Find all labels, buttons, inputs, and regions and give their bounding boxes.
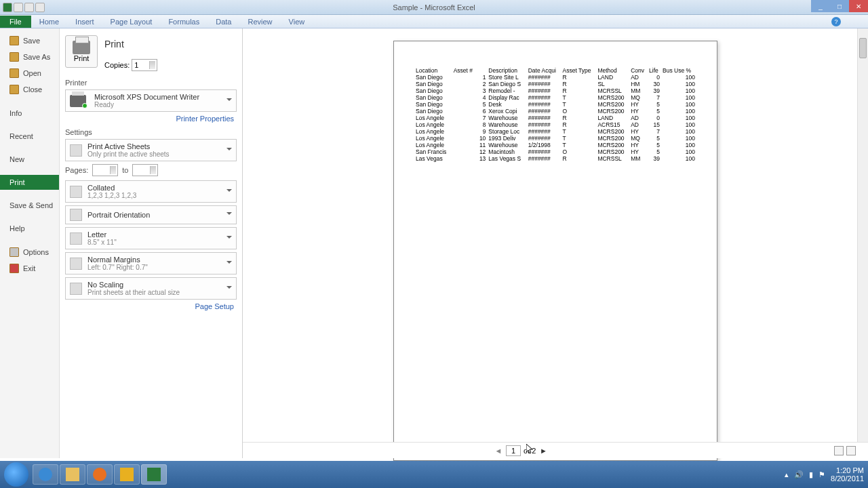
sheets-icon [70, 144, 82, 157]
preview-scrollbar[interactable] [857, 28, 868, 442]
scaling-select[interactable]: No ScalingPrint sheets at their actual s… [65, 277, 237, 300]
margins-icon [70, 258, 82, 270]
taskbar-ie[interactable] [33, 464, 58, 485]
nav-new[interactable]: New [0, 152, 59, 167]
maximize-button[interactable]: □ [830, 0, 849, 12]
printer-section-header: Printer [65, 79, 237, 87]
tab-home[interactable]: Home [31, 16, 67, 28]
taskbar-media[interactable] [87, 464, 113, 485]
system-tray[interactable]: ▴ 🔊 ▮ ⚑ 1:20 PM 8/20/2011 [785, 466, 864, 483]
preview-table: LocationAsset #DescriptionDate AcquiAsse… [414, 67, 696, 162]
help-icon[interactable]: ? [831, 17, 841, 26]
pages-to-spinner[interactable] [132, 164, 158, 176]
printer-icon [73, 41, 90, 54]
nav-info[interactable]: Info [0, 106, 59, 121]
tab-formulas[interactable]: Formulas [160, 16, 208, 28]
taskbar-excel[interactable] [141, 464, 167, 485]
page-number-input[interactable] [506, 445, 521, 456]
nav-options[interactable]: Options [0, 244, 59, 260]
chevron-down-icon [226, 148, 232, 153]
redo-icon[interactable] [35, 3, 45, 12]
pages-from-spinner[interactable] [92, 164, 118, 176]
tray-flag-icon[interactable]: ⚑ [818, 470, 825, 479]
backstage-nav: Save Save As Open Close Info Recent New … [0, 28, 60, 458]
settings-section-header: Settings [65, 128, 237, 136]
taskbar-explorer[interactable] [60, 464, 85, 485]
page-of-label: of 2 [524, 447, 536, 455]
print-what-select[interactable]: Print Active SheetsOnly print the active… [65, 139, 237, 161]
tab-page-layout[interactable]: Page Layout [102, 16, 161, 28]
nav-close[interactable]: Close [0, 81, 59, 98]
orientation-select[interactable]: Portrait Orientation [65, 205, 237, 224]
nav-recent[interactable]: Recent [0, 129, 59, 144]
tab-file[interactable]: File [0, 16, 31, 28]
scaling-icon [70, 283, 82, 295]
close-button[interactable]: ✕ [849, 0, 868, 12]
tab-view[interactable]: View [281, 16, 313, 28]
printer-status-icon [70, 95, 86, 107]
print-heading: Print [104, 39, 157, 49]
minimize-button[interactable]: _ [811, 0, 830, 12]
nav-save-as[interactable]: Save As [0, 49, 59, 65]
margins-select[interactable]: Normal MarginsLeft: 0.7" Right: 0.7" [65, 252, 237, 274]
save-icon[interactable] [14, 3, 23, 12]
collate-icon [70, 186, 82, 198]
nav-open[interactable]: Open [0, 65, 59, 81]
next-page-button[interactable]: ► [538, 446, 548, 455]
title-bar: Sample - Microsoft Excel _ □ ✕ [0, 0, 868, 15]
chevron-down-icon [226, 212, 232, 218]
undo-icon[interactable] [24, 3, 34, 12]
tab-insert[interactable]: Insert [67, 16, 102, 28]
tab-data[interactable]: Data [208, 16, 239, 28]
window-title: Sample - Microsoft Excel [393, 3, 475, 12]
chevron-down-icon [226, 286, 232, 291]
page-nav-bar: ◄ of 2 ► [243, 442, 868, 458]
chevron-down-icon [226, 189, 232, 195]
print-settings-panel: Print Print Copies: 1 Printer Microsoft … [60, 28, 243, 458]
zoom-to-page-button[interactable] [846, 446, 856, 455]
tray-network-icon[interactable]: ▮ [809, 470, 813, 479]
chevron-down-icon [226, 98, 232, 104]
print-button[interactable]: Print [65, 35, 98, 68]
tray-volume-icon[interactable]: 🔊 [794, 470, 804, 479]
pages-row: Pages: to [65, 164, 237, 176]
copies-label: Copies: [104, 61, 130, 69]
orientation-icon [70, 209, 82, 221]
excel-icon [3, 3, 12, 12]
paper-size-select[interactable]: Letter8.5" x 11" [65, 227, 237, 249]
show-margins-button[interactable] [834, 446, 844, 455]
tray-up-icon[interactable]: ▴ [785, 470, 789, 479]
quick-access-toolbar [0, 3, 45, 12]
prev-page-button[interactable]: ◄ [494, 446, 503, 455]
collate-select[interactable]: Collated1,2,3 1,2,3 1,2,3 [65, 180, 237, 203]
clock[interactable]: 1:20 PM 8/20/2011 [831, 466, 864, 483]
print-preview-area: LocationAsset #DescriptionDate AcquiAsse… [243, 28, 868, 458]
tab-review[interactable]: Review [239, 16, 280, 28]
nav-print[interactable]: Print [0, 175, 59, 190]
chevron-down-icon [226, 261, 232, 266]
page-setup-link[interactable]: Page Setup [68, 302, 234, 310]
nav-exit[interactable]: Exit [0, 260, 59, 277]
nav-save-send[interactable]: Save & Send [0, 198, 59, 213]
nav-help[interactable]: Help [0, 221, 59, 236]
taskbar-outlook[interactable] [114, 464, 140, 485]
copies-spinner[interactable]: 1 [132, 59, 157, 71]
pages-label: Pages: [65, 166, 88, 174]
paper-icon [70, 232, 82, 245]
start-button[interactable] [4, 462, 28, 487]
nav-save[interactable]: Save [0, 33, 59, 49]
taskbar[interactable]: ▴ 🔊 ▮ ⚑ 1:20 PM 8/20/2011 [0, 461, 868, 488]
preview-sheet: LocationAsset #DescriptionDate AcquiAsse… [393, 41, 717, 461]
printer-select[interactable]: Microsoft XPS Document Writer Ready [65, 89, 237, 112]
printer-properties-link[interactable]: Printer Properties [68, 115, 234, 123]
chevron-down-icon [226, 236, 232, 241]
ribbon-tabs: File Home Insert Page Layout Formulas Da… [0, 15, 868, 28]
